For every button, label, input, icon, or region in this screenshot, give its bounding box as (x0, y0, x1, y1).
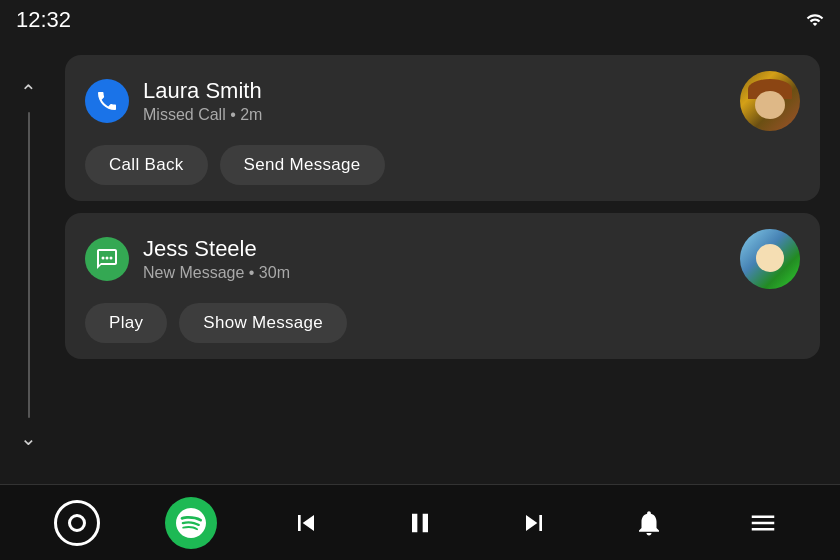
call-back-button[interactable]: Call Back (85, 145, 208, 185)
next-track-button[interactable] (506, 495, 562, 551)
call-subtitle-laura: Missed Call • 2m (143, 106, 726, 124)
bottom-nav (0, 484, 840, 560)
card-actions-jess: Play Show Message (85, 303, 800, 343)
svg-point-1 (106, 257, 109, 260)
scroll-up-arrow[interactable]: ⌃ (20, 80, 37, 104)
scroll-down-arrow[interactable]: ⌄ (20, 426, 37, 450)
avatar-jess (740, 229, 800, 289)
prev-track-icon (290, 507, 322, 539)
status-icons (806, 11, 824, 29)
phone-icon (85, 79, 129, 123)
card-header-jess: Jess Steele New Message • 30m (85, 229, 800, 289)
notification-card-jess: Jess Steele New Message • 30m Play Show … (65, 213, 820, 359)
spotify-button[interactable] (163, 495, 219, 551)
status-bar: 12:32 (0, 0, 840, 40)
card-header-laura: Laura Smith Missed Call • 2m (85, 71, 800, 131)
card-info-laura: Laura Smith Missed Call • 2m (143, 78, 726, 124)
menu-icon (748, 508, 778, 538)
pause-button[interactable] (392, 495, 448, 551)
home-button[interactable] (49, 495, 105, 551)
prev-track-button[interactable] (278, 495, 334, 551)
play-button[interactable]: Play (85, 303, 167, 343)
show-message-button[interactable]: Show Message (179, 303, 347, 343)
status-time: 12:32 (16, 7, 71, 33)
bell-button[interactable] (621, 495, 677, 551)
svg-point-2 (110, 257, 113, 260)
caller-name-jess: Jess Steele (143, 236, 726, 262)
pause-icon (404, 507, 436, 539)
svg-point-0 (102, 257, 105, 260)
home-icon (54, 500, 100, 546)
signal-icon (806, 11, 824, 29)
card-actions-laura: Call Back Send Message (85, 145, 800, 185)
message-subtitle-jess: New Message • 30m (143, 264, 726, 282)
next-track-icon (518, 507, 550, 539)
scroll-indicators: ⌃ ⌄ (20, 50, 37, 480)
notification-card-laura: Laura Smith Missed Call • 2m Call Back S… (65, 55, 820, 201)
message-icon (85, 237, 129, 281)
caller-name-laura: Laura Smith (143, 78, 726, 104)
spotify-icon (165, 497, 217, 549)
bell-icon (634, 508, 664, 538)
scroll-line (28, 112, 30, 418)
menu-button[interactable] (735, 495, 791, 551)
avatar-laura (740, 71, 800, 131)
send-message-button[interactable]: Send Message (220, 145, 385, 185)
card-info-jess: Jess Steele New Message • 30m (143, 236, 726, 282)
notifications-area: Laura Smith Missed Call • 2m Call Back S… (65, 45, 820, 480)
